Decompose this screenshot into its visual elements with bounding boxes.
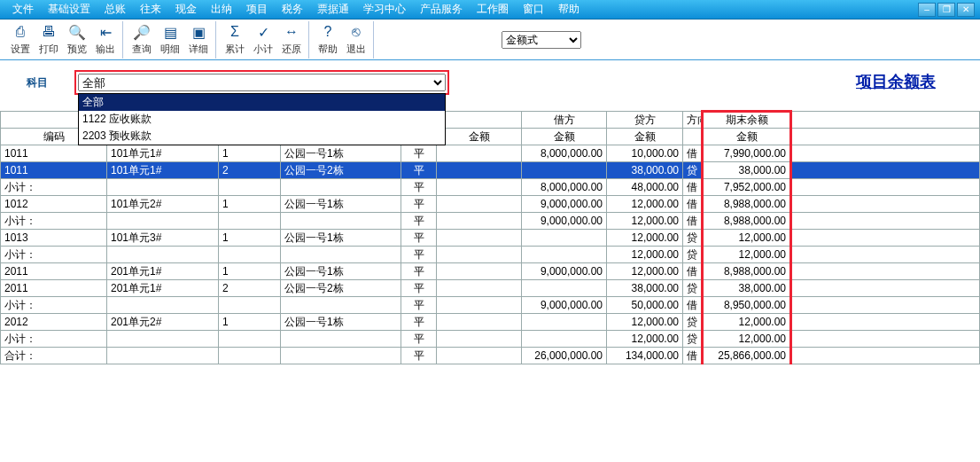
cell: 小计： [1, 213, 107, 230]
toolbar-小计-button[interactable]: ✓小计 [250, 23, 276, 56]
toolbar-退出-button[interactable]: ⎋退出 [343, 23, 369, 56]
打印-icon: 🖶 [39, 23, 58, 41]
menu-item[interactable]: 税务 [275, 2, 310, 17]
column-header[interactable] [683, 129, 703, 145]
cell [437, 162, 522, 179]
cell: 1013 [1, 230, 107, 247]
cell [281, 179, 401, 196]
cell [281, 348, 401, 364]
menu-item[interactable]: 项目 [239, 2, 275, 17]
format-combo[interactable]: 金额式 [502, 31, 581, 49]
menu-item[interactable]: 工作圈 [470, 2, 516, 17]
cell: 26,000,000.00 [522, 348, 607, 364]
cell: 贷 [683, 247, 703, 263]
cell: 12,000.00 [607, 314, 683, 331]
column-header[interactable]: 金额 [703, 129, 791, 145]
cell: 借 [683, 145, 703, 162]
table-row[interactable]: 1011101单元1#1公园一号1栋平8,000,000.0010,000.00… [1, 145, 980, 162]
cell: 201单元2# [107, 314, 219, 331]
cell: 平 [401, 179, 437, 196]
table-row[interactable]: 2011201单元1#1公园一号1栋平9,000,000.0012,000.00… [1, 263, 980, 280]
menu-item[interactable]: 文件 [5, 2, 41, 17]
toolbar-查询-button[interactable]: 🔎查询 [128, 23, 155, 56]
cell: 50,000.00 [607, 297, 683, 314]
table-row[interactable]: 小计：平12,000.00贷12,000.00 [1, 331, 980, 348]
menu-item[interactable]: 学习中心 [356, 2, 413, 17]
cell: 贷 [683, 280, 703, 297]
cell [437, 179, 522, 196]
cell [437, 247, 522, 263]
cell: 借 [683, 196, 703, 213]
menu-item[interactable]: 票据通 [310, 2, 356, 17]
toolbar-明细-button[interactable]: ▤明细 [157, 23, 183, 56]
restore-button[interactable]: ❐ [937, 3, 955, 17]
table-row[interactable]: 小计：平12,000.00贷12,000.00 [1, 247, 980, 263]
minimize-button[interactable]: – [918, 3, 936, 17]
column-header[interactable]: 期末余额 [703, 112, 791, 129]
subject-option[interactable]: 1122 应收账款 [79, 111, 445, 128]
toolbar-预览-button[interactable]: 🔍预览 [64, 23, 90, 56]
column-header[interactable]: 贷方 [607, 112, 683, 129]
table-row[interactable]: 合计：平26,000,000.00134,000.00借25,866,000.0… [1, 348, 980, 364]
cell [791, 162, 980, 179]
cell: 小计： [1, 297, 107, 314]
menu-item[interactable]: 总账 [97, 2, 133, 17]
subject-option[interactable]: 2203 预收账款 [79, 128, 445, 145]
column-header[interactable] [791, 112, 980, 129]
cell: 公园一号2栋 [281, 162, 401, 179]
cell: 1 [219, 263, 281, 280]
cell [791, 179, 980, 196]
cell: 平 [401, 263, 437, 280]
column-header[interactable]: 借方 [522, 112, 607, 129]
累计-icon: Σ [225, 23, 245, 41]
table-row[interactable]: 2011201单元1#2公园一号2栋平38,000.00贷38,000.00 [1, 280, 980, 297]
close-button[interactable]: ✕ [957, 3, 975, 17]
table-row[interactable]: 1013101单元3#1公园一号1栋平12,000.00贷12,000.00 [1, 230, 980, 247]
toolbar-累计-button[interactable]: Σ累计 [222, 23, 248, 56]
table-row[interactable]: 1011101单元1#2公园一号2栋平38,000.00贷38,000.00 [1, 162, 980, 179]
menu-item[interactable]: 窗口 [516, 2, 551, 17]
cell: 2 [219, 280, 281, 297]
toolbar-label: 累计 [225, 43, 245, 56]
table-row[interactable]: 小计：平8,000,000.0048,000.00借7,952,000.00 [1, 179, 980, 196]
cell: 借 [683, 179, 703, 196]
还原-icon: ↔ [282, 23, 301, 41]
cell [437, 196, 522, 213]
toolbar-还原-button[interactable]: ↔还原 [278, 23, 305, 56]
cell: 12,000.00 [703, 331, 791, 348]
cell: 小计： [1, 179, 107, 196]
cell: 7,952,000.00 [703, 179, 791, 196]
subject-option[interactable]: 全部 [79, 94, 445, 111]
menu-item[interactable]: 往来 [133, 2, 168, 17]
table-row[interactable]: 2012201单元2#1公园一号1栋平12,000.00贷12,000.00 [1, 314, 980, 331]
menu-item[interactable]: 产品服务 [413, 2, 470, 17]
column-header[interactable]: 金额 [607, 129, 683, 145]
column-header[interactable] [791, 129, 980, 145]
filter-bar: 科目 全部 全部 1122 应收账款 2203 预收账款 [0, 60, 980, 105]
column-header[interactable]: 金额 [437, 129, 522, 145]
column-header[interactable]: 方向 [683, 112, 703, 129]
column-header[interactable] [437, 112, 522, 129]
toolbar-帮助-button[interactable]: ?帮助 [315, 23, 341, 56]
toolbar-打印-button[interactable]: 🖶打印 [35, 23, 62, 56]
toolbar-label: 明细 [160, 43, 180, 56]
table-row[interactable]: 1012101单元2#1公园一号1栋平9,000,000.0012,000.00… [1, 196, 980, 213]
cell [281, 247, 401, 263]
cell [522, 162, 607, 179]
cell: 2011 [1, 280, 107, 297]
table-row[interactable]: 小计：平9,000,000.0012,000.00借8,988,000.00 [1, 213, 980, 230]
toolbar-设置-button[interactable]: ⎙设置 [7, 23, 34, 56]
menu-item[interactable]: 帮助 [551, 2, 587, 17]
明细-icon: ▤ [160, 23, 180, 41]
toolbar-输出-button[interactable]: ⇤输出 [92, 23, 119, 56]
table-row[interactable]: 小计：平9,000,000.0050,000.00借8,950,000.00 [1, 297, 980, 314]
menu-item[interactable]: 出纳 [204, 2, 239, 17]
cell: 101单元1# [107, 145, 219, 162]
cell: 12,000.00 [607, 230, 683, 247]
subject-select[interactable]: 全部 [78, 74, 446, 91]
menu-item[interactable]: 现金 [168, 2, 204, 17]
toolbar-详细-button[interactable]: ▣详细 [185, 23, 212, 56]
cell [791, 247, 980, 263]
menu-item[interactable]: 基础设置 [41, 2, 97, 17]
column-header[interactable]: 金额 [522, 129, 607, 145]
